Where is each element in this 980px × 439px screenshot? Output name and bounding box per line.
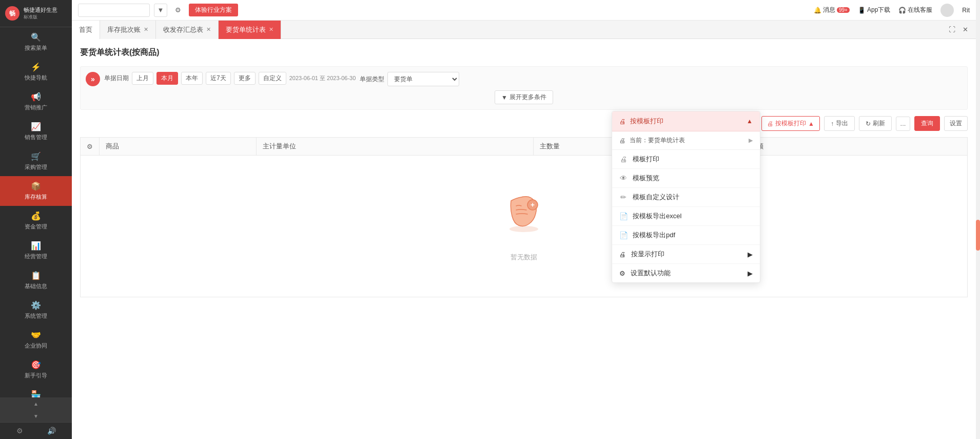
settings-icon[interactable]: ⚙ — [16, 427, 23, 435]
filter-more-row: ▼ 展开更多条件 — [86, 90, 962, 104]
tab-receipt-summary-close[interactable]: ✕ — [206, 26, 211, 33]
search-dropdown-btn[interactable]: ▼ — [154, 4, 167, 17]
dropdown-item-template-preview[interactable]: 👁 模板预览 — [612, 169, 760, 188]
tab-order-stats-close[interactable]: ✕ — [269, 26, 273, 33]
sidebar-item-collab[interactable]: 🤝企业协同 — [0, 325, 72, 355]
expand-more-btn[interactable]: ▼ 展开更多条件 — [495, 90, 553, 104]
empty-icon — [501, 190, 547, 246]
display-print-label: 按显示打印 — [631, 250, 664, 259]
dropdown-item-template-design[interactable]: ✏ 模板自定义设计 — [612, 188, 760, 207]
main-content: ▼ ⚙ 体验行业方案 🔔 消息 99+ 📱 App下载 🎧 在线客服 Rit 首… — [72, 0, 976, 439]
tab-bar: 首页 库存批次账 ✕ 收发存汇总表 ✕ 要货单统计表 ✕ ⛶ ✕ — [72, 21, 976, 39]
dropdown-current-left: 🖨 当前：要货单统计表 — [619, 136, 685, 145]
sidebar-item-quicknav[interactable]: ⚡快捷导航 — [0, 57, 72, 87]
right-scrollbar[interactable] — [976, 0, 980, 439]
dropdown-item-template-print[interactable]: 🖨 模板打印 — [612, 150, 760, 169]
template-design-item-icon: ✏ — [619, 193, 628, 201]
sidebar-item-marketing[interactable]: 📢营销推广 — [0, 87, 72, 117]
col-unit: 主计量单位 — [257, 138, 534, 156]
svg-point-0 — [509, 226, 538, 232]
more-btn[interactable]: ... — [896, 117, 910, 131]
filter-expand-icon[interactable]: » — [86, 72, 100, 86]
dropdown-section-default-left: ⚙ 设置默认功能 — [619, 269, 671, 278]
search-input[interactable] — [78, 4, 150, 17]
dropdown-item-template-excel[interactable]: 📄 按模板导出excel — [612, 207, 760, 226]
dropdown-item-template-pdf[interactable]: 📄 按模板导出pdf — [612, 226, 760, 245]
tabs-right-controls: ⛶ ✕ — [945, 23, 976, 36]
date-range-display: 2023-06-01 至 2023-06-30 — [289, 74, 356, 82]
template-print-btn[interactable]: 🖨 按模板打印 ▲ — [761, 116, 820, 131]
dropdown-section-set-default[interactable]: ⚙ 设置默认功能 ▶ — [612, 264, 760, 282]
dropdown-current-item[interactable]: 🖨 当前：要货单统计表 ▶ — [612, 131, 760, 150]
tab-close-all-btn[interactable]: ✕ — [958, 23, 972, 36]
sidebar-scroll: 🔍搜索菜单⚡快捷导航📢营销推广📈销售管理🛒采购管理📦库存核算💰资金管理📊经营管理… — [0, 27, 72, 397]
sidebar-item-search[interactable]: 🔍搜索菜单 — [0, 27, 72, 57]
tab-home[interactable]: 首页 — [72, 21, 100, 39]
app-download-btn[interactable]: 📱 App下载 — [858, 6, 890, 14]
operation-icon: 📊 — [31, 241, 41, 251]
sidebar-item-basic[interactable]: 📋基础信息 — [0, 265, 72, 295]
order-type-select[interactable]: 要货单 — [387, 72, 459, 86]
order-type-section: 单据类型 要货单 — [360, 72, 459, 86]
col-amount: 零售金额 — [731, 138, 968, 156]
user-avatar[interactable] — [940, 4, 954, 17]
tab-order-stats-label: 要货单统计表 — [226, 25, 266, 34]
tab-inventory-batch[interactable]: 库存批次账 ✕ — [100, 21, 156, 39]
topbar-right: 🔔 消息 99+ 📱 App下载 🎧 在线客服 Rit — [814, 4, 970, 17]
column-settings-icon[interactable]: ⚙ — [87, 143, 93, 150]
sidebar-scroll-up[interactable]: ▲ — [0, 397, 72, 410]
sidebar-item-sales[interactable]: 📈销售管理 — [0, 117, 72, 146]
settings-gear-icon[interactable]: ⚙ — [171, 4, 185, 17]
sidebar-item-newguide[interactable]: 🎯新手引导 — [0, 355, 72, 385]
template-print-dropdown: 🖨 按模板打印 ▲ 🖨 当前：要货单统计表 ▶ 🖨 模板打印 👁 — [612, 111, 760, 283]
tab-inventory-batch-close[interactable]: ✕ — [144, 26, 148, 33]
sidebar-item-finance[interactable]: 💰资金管理 — [0, 206, 72, 236]
sidebar: 畅 畅捷通好生意 标准版 🔍搜索菜单⚡快捷导航📢营销推广📈销售管理🛒采购管理📦库… — [0, 0, 72, 439]
purchase-icon: 🛒 — [31, 151, 41, 161]
sidebar-item-appstore[interactable]: 🏪应用中心 — [0, 385, 72, 397]
sound-icon[interactable]: 🔊 — [47, 427, 56, 435]
app-name: 畅捷通好生意 — [24, 6, 57, 14]
date-btn-custom[interactable]: 自定义 — [259, 72, 286, 85]
topbar: ▼ ⚙ 体验行业方案 🔔 消息 99+ 📱 App下载 🎧 在线客服 Rit — [72, 0, 976, 21]
tab-order-stats[interactable]: 要货单统计表 ✕ — [219, 21, 281, 39]
date-btn-this-year[interactable]: 本年 — [181, 72, 203, 85]
empty-state: 暂无数据 — [87, 160, 961, 293]
tab-receipt-summary[interactable]: 收发存汇总表 ✕ — [156, 21, 219, 39]
dropdown-header[interactable]: 🖨 按模板打印 ▲ — [612, 111, 760, 131]
export-label: 导出 — [836, 119, 848, 128]
date-btn-this-month[interactable]: 本月 — [156, 72, 178, 85]
refresh-btn[interactable]: ↻ 刷新 — [859, 116, 892, 131]
template-print-chevron: ▲ — [808, 120, 814, 127]
dropdown-section-display-print[interactable]: 🖨 按显示打印 ▶ — [612, 245, 760, 264]
template-pdf-item-label: 按模板导出pdf — [633, 231, 753, 240]
sidebar-item-system[interactable]: ⚙️系统管理 — [0, 295, 72, 325]
current-label: 当前：要货单统计表 — [630, 136, 685, 145]
trial-btn[interactable]: 体验行业方案 — [189, 4, 238, 16]
date-btn-last-month[interactable]: 上月 — [132, 72, 153, 85]
printer-icon: 🖨 — [767, 120, 773, 127]
sidebar-item-label-system: 系统管理 — [25, 312, 47, 320]
messages-btn[interactable]: 🔔 消息 99+ — [814, 6, 850, 14]
date-label: 单据日期 — [104, 74, 129, 83]
template-excel-item-icon: 📄 — [619, 212, 628, 220]
settings-btn[interactable]: 设置 — [944, 116, 968, 131]
dropdown-section-display-left: 🖨 按显示打印 — [619, 250, 664, 259]
export-btn[interactable]: ↑ 导出 — [824, 116, 855, 131]
template-design-item-label: 模板自定义设计 — [633, 193, 753, 202]
sidebar-item-operation[interactable]: 📊经营管理 — [0, 236, 72, 265]
system-icon: ⚙️ — [31, 300, 41, 310]
sidebar-item-purchase[interactable]: 🛒采购管理 — [0, 146, 72, 176]
sidebar-item-inventory[interactable]: 📦库存核算 — [0, 176, 72, 206]
date-btn-7days[interactable]: 近7天 — [206, 72, 231, 85]
current-arrow: ▶ — [749, 137, 753, 144]
username-label[interactable]: Rit — [962, 7, 970, 14]
sidebar-scroll-down[interactable]: ▼ — [0, 410, 72, 422]
online-service-btn[interactable]: 🎧 在线客服 — [898, 6, 932, 14]
query-btn[interactable]: 查询 — [914, 116, 940, 131]
refresh-label: 刷新 — [873, 119, 885, 128]
template-print-item-icon: 🖨 — [619, 155, 628, 163]
date-btn-more[interactable]: 更多 — [234, 72, 256, 85]
tab-maximize-btn[interactable]: ⛶ — [945, 23, 958, 36]
quicknav-icon: ⚡ — [31, 62, 41, 72]
